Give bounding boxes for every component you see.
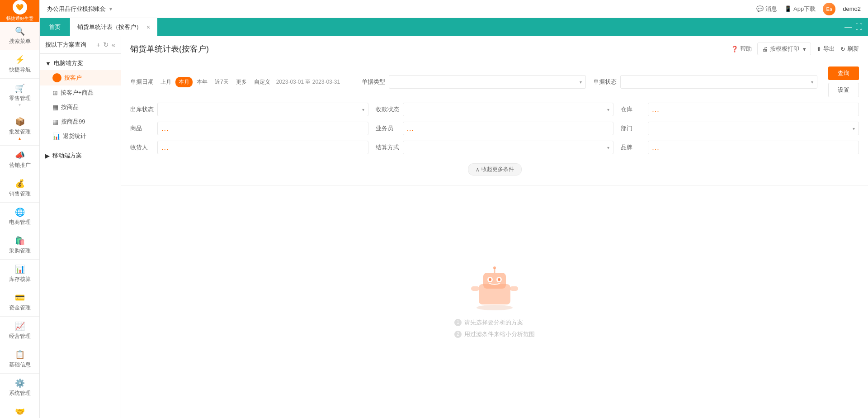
ops-icon: 📈: [15, 321, 25, 331]
wholesale-arrow: ▴: [19, 136, 21, 141]
brand-select[interactable]: ...: [648, 141, 859, 154]
user-avatar[interactable]: Ea: [823, 3, 835, 15]
date-tab-last-month[interactable]: 上月: [157, 77, 175, 87]
staff-select[interactable]: ...: [403, 122, 614, 135]
pc-group-arrow: ▼: [45, 60, 51, 67]
sidebar-item-retail[interactable]: 🛒 零售管理 ▾: [0, 79, 39, 112]
workspace-title: 办公用品行业模拟账套: [47, 5, 106, 13]
tab-active[interactable]: 销货单统计表（按客户） ×: [70, 18, 157, 36]
date-tab-7days[interactable]: 近7天: [212, 77, 232, 87]
refresh-button[interactable]: ↻ 刷新: [840, 45, 859, 53]
out-status-arrow: ▾: [362, 107, 364, 112]
date-filter: 上月 本月 本年 近7天 更多 自定义 2023-03-01 至 2023-03…: [157, 77, 354, 87]
product-select[interactable]: ...: [157, 122, 368, 135]
order-status-select[interactable]: ▾: [620, 75, 817, 89]
collapse-label: 收起更多条件: [481, 166, 514, 173]
print-button[interactable]: 🖨 按模板打印 ▾: [757, 43, 811, 55]
warehouse-select[interactable]: ...: [648, 103, 859, 116]
sidebar-item-wholesale[interactable]: 📦 批发管理 ▴: [0, 112, 39, 146]
message-icon: 💬: [756, 5, 764, 12]
svg-point-8: [493, 266, 496, 269]
recipient-select[interactable]: ...: [157, 141, 368, 154]
scheme-item-return-stats[interactable]: 📊 退货统计: [40, 129, 121, 143]
filter-out-status: 出库状态 ▾: [130, 103, 368, 116]
sub-sidebar: 按以下方案查询 + ↻ « ▼ 电脑端方案 按客户 ⊞ 按客户+: [40, 36, 121, 418]
date-tab-custom[interactable]: 自定义: [251, 77, 274, 87]
tab-maximize-button[interactable]: ⛶: [855, 23, 863, 31]
sidebar-item-ops[interactable]: 📈 经营管理: [0, 317, 39, 345]
sidebar-item-system[interactable]: ⚙️ 系统管理: [0, 374, 39, 402]
date-range-text: 2023-03-01 至 2023-03-31: [276, 78, 340, 86]
dept-select[interactable]: ▾: [648, 122, 859, 135]
app-download-button[interactable]: 📱 App下载: [784, 5, 816, 13]
sidebar-item-basic[interactable]: 📋 基础信息: [0, 345, 39, 374]
wholesale-icon: 📦: [15, 117, 25, 127]
sidebar-item-quicknav[interactable]: ⚡ 快捷导航: [0, 50, 39, 79]
dept-arrow: ▾: [853, 126, 855, 131]
collapse-scheme-button[interactable]: «: [112, 41, 115, 49]
grid-icon: ⊞: [52, 89, 58, 96]
mobile-group-header[interactable]: ▶ 移动端方案: [40, 149, 121, 162]
out-status-select[interactable]: ▾: [157, 103, 368, 116]
topbar-left: 办公用品行业模拟账套 ▾: [47, 5, 112, 13]
sidebar: 🧡 畅捷通好生意 🔍 搜索菜单 ⚡ 快捷导航 🛒 零售管理 ▾ 📦 批发管理 ▴…: [0, 0, 40, 418]
mobile-group-arrow: ▶: [45, 152, 50, 159]
mobile-group-label: 移动端方案: [52, 152, 82, 160]
bar-icon: 📊: [52, 133, 60, 140]
retail-arrow: ▾: [19, 102, 21, 107]
pc-group-header[interactable]: ▼ 电脑端方案: [40, 57, 121, 70]
filter-row-1: 单据日期 上月 本月 本年 近7天 更多 自定义 2023-03-01 至 20…: [130, 66, 859, 97]
svg-point-6: [498, 278, 500, 281]
date-tab-this-year[interactable]: 本年: [193, 77, 211, 87]
marketing-icon: 📣: [15, 150, 25, 160]
topbar: 办公用品行业模拟账套 ▾ 💬 消息 📱 App下载 Ea demo2: [40, 0, 868, 18]
query-button[interactable]: 查询: [828, 66, 859, 80]
scheme-item-by-customer[interactable]: 按客户: [40, 70, 121, 86]
order-type-select[interactable]: ▾: [389, 75, 586, 89]
tab-close-button[interactable]: ×: [146, 24, 150, 31]
date-tab-more[interactable]: 更多: [233, 77, 250, 87]
sidebar-item-company[interactable]: 🤝 企业协同: [0, 402, 39, 418]
message-button[interactable]: 💬 消息: [756, 5, 777, 13]
scheme-item-label: 按客户+商品: [61, 89, 94, 97]
filter-product: 商品 ...: [130, 122, 368, 135]
table2-icon: ▦: [52, 118, 58, 125]
finance-icon: 💳: [15, 293, 25, 303]
print-dropdown-arrow[interactable]: ▾: [803, 46, 806, 52]
collapse-row: ∧ 收起更多条件: [130, 160, 859, 179]
sidebar-logo[interactable]: 🧡 畅捷通好生意: [0, 0, 40, 22]
filter-warehouse: 仓库 ...: [621, 103, 859, 116]
date-tab-this-month[interactable]: 本月: [175, 77, 193, 87]
tab-home[interactable]: 首页: [40, 18, 70, 36]
empty-hints: 1 请先选择要分析的方案 2 用过滤条件来缩小分析范围: [454, 318, 535, 338]
tab-minimize-button[interactable]: —: [844, 23, 852, 31]
collapse-up-icon: ∧: [476, 166, 480, 173]
tab-actions: — ⛶: [839, 23, 868, 31]
workspace-dropdown[interactable]: ▾: [109, 6, 112, 12]
refresh-scheme-button[interactable]: ↻: [103, 41, 109, 49]
pc-scheme-group: ▼ 电脑端方案 按客户 ⊞ 按客户+商品 ▦ 按商品 ▦ 按商品99: [40, 54, 121, 146]
scheme-item-by-product-99[interactable]: ▦ 按商品99: [40, 114, 121, 129]
sidebar-item-marketing[interactable]: 📣 营销推广: [0, 146, 39, 174]
search-icon: 🔍: [15, 26, 25, 36]
company-icon: 🤝: [15, 407, 25, 417]
sidebar-item-sales[interactable]: 💰 销售管理: [0, 174, 39, 203]
setting-button[interactable]: 设置: [828, 83, 859, 97]
export-icon: ⬆: [816, 46, 821, 52]
filter-row-3: 商品 ... 业务员 ... 部门: [130, 122, 859, 135]
export-button[interactable]: ⬆ 导出: [816, 45, 835, 53]
content-area: 按以下方案查询 + ↻ « ▼ 电脑端方案 按客户 ⊞ 按客户+: [40, 36, 868, 418]
sidebar-item-ecom[interactable]: 🌐 电商管理: [0, 203, 39, 231]
collapse-button[interactable]: ∧ 收起更多条件: [468, 163, 522, 176]
receipt-status-select[interactable]: ▾: [403, 103, 614, 116]
add-scheme-button[interactable]: +: [96, 41, 100, 49]
scheme-item-by-customer-product[interactable]: ⊞ 按客户+商品: [40, 86, 121, 100]
sidebar-item-inventory[interactable]: 📊 库存核算: [0, 260, 39, 288]
scheme-item-by-product[interactable]: ▦ 按商品: [40, 100, 121, 114]
help-button[interactable]: ❓ 帮助: [731, 45, 752, 53]
sidebar-item-search[interactable]: 🔍 搜索菜单: [0, 22, 39, 50]
settlement-select[interactable]: ▾: [403, 141, 614, 154]
staff-label: 业务员: [376, 124, 399, 133]
sidebar-item-finance[interactable]: 💳 资金管理: [0, 288, 39, 317]
sidebar-item-purchase[interactable]: 🛍️ 采购管理: [0, 231, 39, 260]
